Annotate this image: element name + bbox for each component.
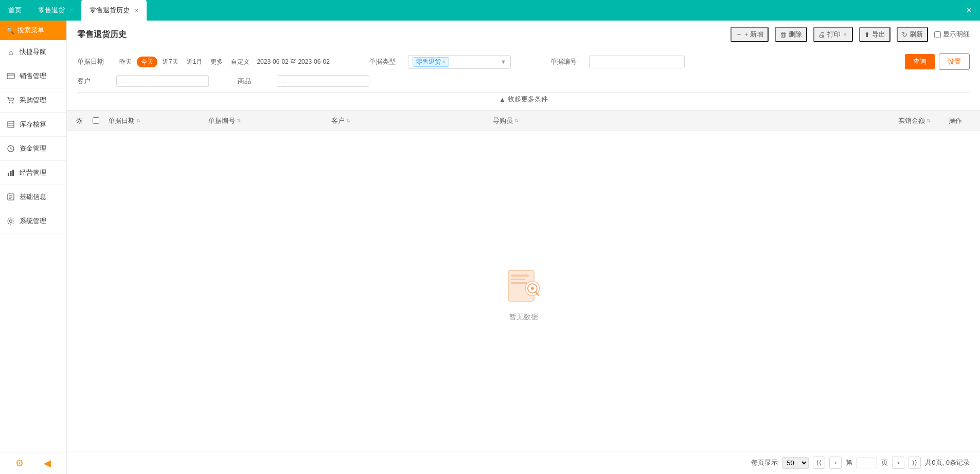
page-next-btn[interactable]: ›	[892, 457, 904, 469]
date-opt-yesterday[interactable]: 昨天	[116, 57, 135, 67]
date-opt-7days[interactable]: 近7天	[159, 57, 182, 67]
sidebar-item-basic-info[interactable]: 基础信息	[0, 185, 66, 209]
query-button[interactable]: 查询	[905, 54, 935, 69]
per-page-label: 每页显示	[751, 458, 778, 467]
inventory-icon	[6, 120, 15, 129]
sidebar-item-purchase[interactable]: 采购管理	[0, 88, 66, 113]
sidebar-item-inventory[interactable]: 库存核算	[0, 113, 66, 137]
sidebar-item-finance-label: 资金管理	[20, 144, 46, 153]
delete-button[interactable]: 🗑 删除	[775, 27, 807, 42]
svg-rect-8	[8, 173, 9, 176]
new-icon: ＋	[736, 30, 742, 39]
sidebar-item-home[interactable]: ⌂ 快捷导航	[0, 40, 66, 64]
svg-point-2	[9, 102, 10, 103]
page-actions: ＋ + 新增 🗑 删除 🖨 打印 ▼ ⬆ 导出	[730, 27, 970, 42]
tab-retail-return-history[interactable]: 零售退货历史 ×	[81, 0, 146, 21]
voucher-type-tag: 零售退货 ×	[413, 57, 449, 67]
date-options: 昨天 今天 近7天 近1月 更多 自定义 2023-06-02 至 2023-0…	[116, 57, 330, 67]
export-icon: ⬆	[864, 31, 870, 39]
sidebar-nav: ⌂ 快捷导航 销售管理 采购管理 库存核算	[0, 40, 66, 452]
svg-rect-20	[511, 282, 527, 284]
svg-rect-4	[8, 121, 14, 127]
page-input[interactable]: 1	[857, 458, 877, 468]
tab-home[interactable]: 首页	[0, 0, 30, 21]
col-amount-header[interactable]: 实销金额 ⇅	[850, 116, 935, 125]
per-page-select[interactable]: 50 20 100	[782, 457, 809, 469]
col-guide-header[interactable]: 导购员 ⇅	[489, 116, 612, 125]
tab-retail-return-history-close[interactable]: ×	[135, 7, 138, 13]
empty-illustration	[501, 260, 547, 306]
date-sort-icon: ⇅	[136, 118, 140, 123]
tab-retail-return[interactable]: 零售退货 ×	[30, 0, 81, 21]
page-label: 第	[846, 458, 852, 467]
system-icon	[6, 216, 15, 226]
window-close-button[interactable]: ×	[958, 5, 980, 16]
svg-rect-10	[12, 170, 14, 176]
page-header: 零售退货历史 ＋ + 新增 🗑 删除 🖨 打印 ▼	[67, 21, 980, 111]
top-bar: 首页 零售退货 × 零售退货历史 × ×	[0, 0, 980, 21]
col-settings[interactable]	[71, 117, 87, 124]
amount-sort-icon: ⇅	[926, 118, 931, 123]
sidebar-item-operations-label: 经营管理	[20, 168, 46, 177]
tab-retail-return-history-label: 零售退货历史	[90, 6, 130, 15]
table-header: 单据日期 ⇅ 单据编号 ⇅ 客户 ⇅ 导购员 ⇅ 实销金额	[67, 111, 980, 131]
sidebar-item-sales[interactable]: 销售管理	[0, 64, 66, 88]
voucher-type-label: 单据类型	[369, 57, 400, 66]
svg-rect-9	[10, 171, 12, 176]
sidebar-search[interactable]: 🔍 搜索菜单	[0, 21, 66, 40]
collapse-filter-btn[interactable]: ▲ 收起更多条件	[77, 92, 970, 106]
refresh-button[interactable]: ↻ 刷新	[897, 27, 928, 42]
sidebar-item-operations[interactable]: 经营管理	[0, 161, 66, 185]
tab-retail-return-close[interactable]: ×	[70, 7, 73, 13]
col-check-all[interactable]	[87, 117, 104, 124]
sidebar-item-system[interactable]: 系统管理	[0, 209, 66, 233]
page-title-row: 零售退货历史 ＋ + 新增 🗑 删除 🖨 打印 ▼	[77, 27, 970, 42]
col-order-no-header[interactable]: 单据编号 ⇅	[204, 116, 327, 125]
operations-icon	[6, 168, 15, 177]
page-first-btn[interactable]: ⟨⟨	[813, 457, 825, 469]
goods-select[interactable]: …	[277, 75, 369, 87]
collapse-sidebar-icon[interactable]: ◀	[44, 458, 51, 469]
voucher-type-tag-close[interactable]: ×	[442, 59, 446, 65]
page-prev-btn[interactable]: ‹	[829, 457, 842, 469]
settings-button[interactable]: 设置	[939, 53, 970, 70]
page-last-btn[interactable]: ⟩⟩	[908, 457, 921, 469]
home-icon: ⌂	[6, 47, 15, 57]
svg-rect-0	[7, 74, 14, 79]
check-all-input[interactable]	[93, 117, 99, 124]
sidebar-item-basic-info-label: 基础信息	[20, 192, 46, 202]
sidebar-item-purchase-label: 采购管理	[20, 96, 46, 105]
voucher-no-label: 单据编号	[550, 57, 581, 66]
date-opt-today[interactable]: 今天	[137, 57, 157, 67]
settings-bottom-icon[interactable]: ⚙	[15, 458, 24, 469]
col-customer-header[interactable]: 客户 ⇅	[327, 116, 489, 125]
show-detail-input[interactable]	[934, 31, 941, 38]
goods-placeholder: …	[281, 77, 288, 85]
voucher-no-input[interactable]	[589, 56, 685, 68]
customer-select[interactable]: …	[116, 75, 209, 87]
date-opt-1month[interactable]: 近1月	[184, 57, 206, 67]
date-opt-custom[interactable]: 自定义	[228, 57, 253, 67]
guide-sort-icon: ⇅	[514, 118, 519, 123]
empty-text: 暂无数据	[509, 313, 538, 322]
date-opt-more[interactable]: 更多	[207, 57, 226, 67]
pagination: 每页显示 50 20 100 ⟨⟨ ‹ 第 1 页 › ⟩⟩ 共0页, 0条记录	[67, 451, 980, 474]
voucher-type-select[interactable]: 零售退货 × ▼	[408, 55, 511, 69]
print-button[interactable]: 🖨 打印 ▼	[813, 27, 853, 42]
col-date-header[interactable]: 单据日期 ⇅	[104, 116, 204, 125]
collapse-icon: ▲	[499, 96, 506, 103]
sidebar-item-finance[interactable]: 资金管理	[0, 137, 66, 161]
basic-info-icon	[6, 192, 15, 202]
new-button[interactable]: ＋ + 新增	[730, 27, 769, 42]
empty-state: 暂无数据	[67, 131, 980, 451]
tab-retail-return-label: 零售退货	[38, 6, 65, 15]
table-container: 单据日期 ⇅ 单据编号 ⇅ 客户 ⇅ 导购员 ⇅ 实销金额	[67, 111, 980, 451]
sales-icon	[6, 71, 15, 81]
svg-rect-19	[511, 279, 525, 280]
sidebar-item-inventory-label: 库存核算	[20, 120, 46, 129]
finance-icon	[6, 144, 15, 153]
show-detail-checkbox[interactable]: 显示明细	[934, 30, 970, 39]
export-button[interactable]: ⬆ 导出	[859, 27, 890, 42]
goods-label: 商品	[238, 77, 269, 86]
sidebar-search-label: 搜索菜单	[17, 26, 44, 35]
